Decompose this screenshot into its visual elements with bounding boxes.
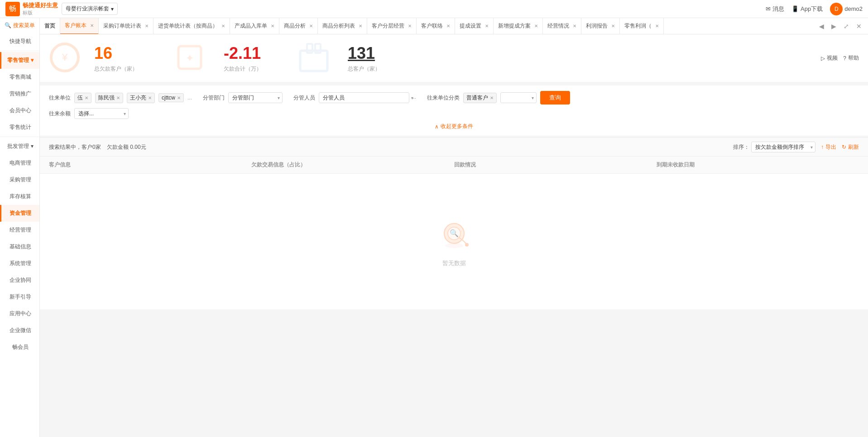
tab-promotion-settings[interactable]: 提成设置 ✕ [455, 18, 494, 34]
tab-customer-account[interactable]: 客户账本 ✕ [60, 18, 99, 34]
svg-point-7 [445, 243, 463, 248]
filter-unit-class-select[interactable] [500, 92, 537, 103]
tab-prev-btn[interactable]: ◀ [816, 18, 827, 34]
tab-close-promotion-settings[interactable]: ✕ [485, 24, 489, 28]
tab-close-product-analysis[interactable]: ✕ [309, 24, 313, 28]
sidebar-item-retail-stats[interactable]: 零售统计 [0, 119, 39, 136]
help-link[interactable]: ? 帮助 [843, 54, 859, 62]
filter-dept-select-wrap: 分管部门 [228, 92, 283, 103]
stat-total-clients-label: 总客户（家） [348, 65, 380, 73]
filter-balance-select-wrap: 选择... [74, 108, 129, 119]
tab-home[interactable]: 首页 [40, 18, 60, 34]
tab-close-production-inbound[interactable]: ✕ [271, 24, 274, 28]
tab-expand-btn[interactable]: ⤢ [841, 18, 852, 34]
video-icon: ▷ [821, 55, 825, 62]
remove-tag-cjttcw[interactable]: ✕ [177, 95, 181, 100]
refresh-btn[interactable]: ↻ 刷新 [842, 143, 859, 151]
app-download-btn[interactable]: 📱 App下载 [791, 5, 823, 13]
app-download-label: App下载 [801, 5, 823, 13]
query-button[interactable]: 查询 [540, 91, 570, 104]
sidebar-item-retail-mall[interactable]: 零售商城 [0, 69, 39, 86]
tab-customer-contact[interactable]: 客户联络 ✕ [417, 18, 455, 34]
tab-inbound-stats[interactable]: 进货单统计表（按商品） ✕ [153, 18, 230, 34]
filter-tag-unit: 伍 ✕ [74, 93, 91, 103]
sidebar-item-new-guide[interactable]: 新手引导 [0, 289, 39, 305]
logo-subtitle: 标版 [23, 10, 58, 16]
sidebar-search[interactable]: 🔍 搜索菜单 [0, 18, 39, 33]
svg-rect-4 [300, 51, 327, 71]
tab-production-inbound[interactable]: 产成品入库单 ✕ [230, 18, 279, 34]
sidebar-item-operations[interactable]: 经营管理 [0, 222, 39, 238]
tab-business-status[interactable]: 经营情况 ✕ [543, 18, 581, 34]
tab-close-inbound-stats[interactable]: ✕ [221, 24, 225, 28]
sidebar-item-vip-member[interactable]: 畅会员 [0, 339, 39, 356]
tab-next-btn[interactable]: ▶ [829, 18, 839, 34]
remove-tag-normal-customer[interactable]: ✕ [490, 95, 494, 100]
sidebar-item-retail-mgmt[interactable]: 零售管理 ▾ [0, 52, 39, 69]
collapse-btn[interactable]: ∧ 收起更多条件 [49, 123, 859, 130]
collapse-label: 收起更多条件 [441, 123, 473, 130]
sidebar-item-enterprise-wechat[interactable]: 企业微信 [0, 322, 39, 339]
tab-customer-tier[interactable]: 客户分层经营 ✕ [367, 18, 417, 34]
sidebar-item-system-mgmt[interactable]: 系统管理 [0, 255, 39, 272]
tab-close-customer-tier[interactable]: ✕ [408, 24, 412, 28]
sort-select[interactable]: 按欠款金额倒序排序 [751, 142, 815, 152]
stat-bg-icon-1: ¥ [49, 42, 81, 75]
filter-person-more-icon[interactable]: ··· [411, 95, 416, 101]
sidebar-item-quick-nav[interactable]: 快捷导航 [0, 33, 39, 50]
sidebar-item-finance[interactable]: 资金管理 [0, 205, 39, 222]
sidebar: 🔍 搜索菜单 快捷导航 零售管理 ▾ 零售商城 营销推广 会员中心 零售统计 批… [0, 18, 40, 437]
tab-close-customer-contact[interactable]: ✕ [446, 24, 450, 28]
sidebar-item-enterprise-collab[interactable]: 企业协同 [0, 272, 39, 289]
stats-bar-right: ▷ 视频 ? 帮助 [821, 54, 859, 62]
filter-person-select[interactable]: 分管人员 [319, 92, 409, 103]
filter-dept-label: 分管部门 [203, 94, 225, 102]
export-btn[interactable]: ↑ 导出 [821, 143, 836, 151]
tab-close-product-analysis-list[interactable]: ✕ [359, 24, 362, 28]
tab-profit-report[interactable]: 利润报告 ✕ [581, 18, 620, 34]
tab-close-profit-report[interactable]: ✕ [611, 24, 615, 28]
sidebar-item-app-center[interactable]: 应用中心 [0, 305, 39, 322]
help-icon: ? [843, 55, 846, 62]
message-icon: ✉ [766, 5, 771, 12]
tab-new-promotion-plan[interactable]: 新增提成方案 ✕ [494, 18, 543, 34]
top-bar-left: 畅 畅捷通好生意 标版 母婴行业演示帐套 ▾ [5, 1, 118, 16]
sidebar-item-inventory[interactable]: 库存核算 [0, 188, 39, 205]
search-icon: 🔍 [5, 22, 11, 28]
user-area[interactable]: D demo2 [830, 3, 863, 15]
tab-product-analysis-list[interactable]: 商品分析列表 ✕ [318, 18, 367, 34]
svg-text:🔍: 🔍 [450, 229, 459, 238]
tab-close-all-btn[interactable]: ✕ [854, 18, 864, 34]
workspace-selector[interactable]: 母婴行业演示帐套 ▾ [62, 3, 118, 15]
tab-product-analysis[interactable]: 商品分析 ✕ [279, 18, 318, 34]
sort-label: 排序： [733, 143, 749, 151]
tab-close-business-status[interactable]: ✕ [573, 24, 576, 28]
tab-purchase-order-stats[interactable]: 采购订单统计表 ✕ [99, 18, 153, 34]
sidebar-item-purchase-mgmt[interactable]: 采购管理 [0, 171, 39, 188]
filter-balance-label: 往来余额 [49, 110, 71, 118]
tab-close-new-promotion-plan[interactable]: ✕ [534, 24, 538, 28]
sidebar-item-wholesale-mgmt[interactable]: 批发管理 ▾ [0, 138, 39, 155]
remove-tag-wang[interactable]: ✕ [148, 95, 152, 100]
video-link[interactable]: ▷ 视频 [821, 54, 838, 62]
remove-tag-wu[interactable]: ✕ [85, 95, 88, 100]
tab-close-customer-account[interactable]: ✕ [90, 23, 94, 28]
tab-close-purchase-order-stats[interactable]: ✕ [145, 24, 149, 28]
message-btn[interactable]: ✉ 消息 [766, 5, 784, 13]
remove-tag-chen[interactable]: ✕ [116, 95, 120, 100]
filter-balance-select[interactable]: 选择... [74, 108, 129, 119]
content-area: 首页 客户账本 ✕ 采购订单统计表 ✕ 进货单统计表（按商品） ✕ 产成品入库单… [40, 18, 868, 437]
tab-retail-profit[interactable]: 零售利润（ ✕ [620, 18, 664, 34]
filter-row-2: 往来余额 选择... [49, 108, 859, 119]
filter-more-tags[interactable]: ... [187, 95, 192, 101]
sidebar-divider-2 [0, 137, 39, 137]
sidebar-item-basic-info[interactable]: 基础信息 [0, 238, 39, 255]
filter-dept-select[interactable]: 分管部门 [228, 92, 283, 103]
stat-total-clients: 131 总客户（家） [348, 43, 398, 72]
empty-illustration: 🔍 [436, 216, 472, 254]
tab-close-retail-profit[interactable]: ✕ [655, 24, 659, 28]
sidebar-item-member-center[interactable]: 会员中心 [0, 102, 39, 119]
sidebar-search-label: 搜索菜单 [13, 22, 35, 28]
sidebar-item-ecommerce[interactable]: 电商管理 [0, 155, 39, 171]
sidebar-item-marketing[interactable]: 营销推广 [0, 86, 39, 102]
